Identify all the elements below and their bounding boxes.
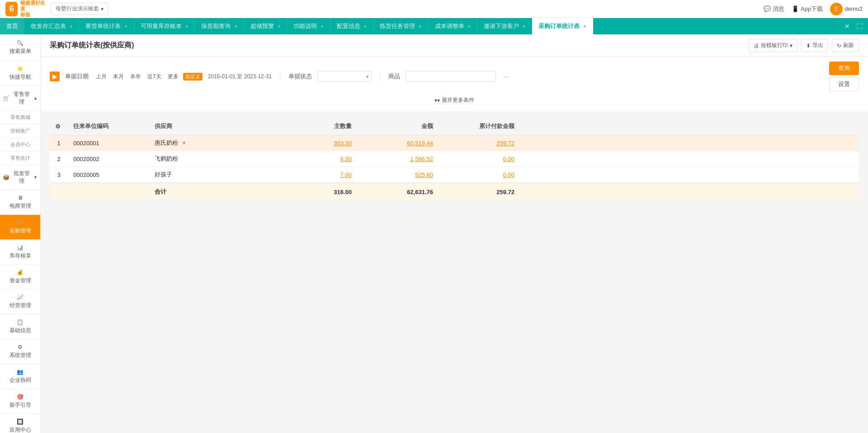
close-icon[interactable]: ×: [124, 24, 127, 29]
search-icon: 🔍: [17, 40, 24, 46]
sidebar-item-system[interactable]: ⚙ 系统管理: [0, 339, 40, 364]
filter-row-1: ▶ 单据日期 上月 本月 本年 近7天 更多 自定义 2016-01-01 至 …: [50, 62, 859, 91]
footer-extra: [520, 183, 859, 200]
target-icon: 🎯: [17, 394, 24, 400]
date-custom-badge[interactable]: 自定义: [183, 73, 203, 81]
chevron-down-icon: ▾: [790, 43, 793, 49]
app-download-button[interactable]: 📱 App下载: [792, 5, 823, 13]
nav-close-button[interactable]: ✕: [843, 22, 852, 31]
close-icon[interactable]: ×: [278, 24, 280, 29]
sidebar-item-basic[interactable]: 📋 基础信息: [0, 314, 40, 339]
row-amount: 1,586.52: [357, 151, 439, 167]
nav-expand-button[interactable]: ⛶: [854, 22, 864, 31]
sidebar-item-quicknav[interactable]: ⭐ 快捷导航: [0, 61, 40, 86]
sidebar-item-wholesale[interactable]: 📦 批发管理 ▼: [0, 165, 40, 190]
print-button[interactable]: 🖨 按模板打印 ▾: [749, 39, 797, 52]
sidebar-item-purchase[interactable]: 🛒 采购管理: [0, 215, 40, 240]
date-quick-buttons: 上月 本月 本年 近7天 更多 自定义: [94, 72, 203, 81]
date-quick-thisyear[interactable]: 本年: [128, 72, 143, 81]
status-select[interactable]: [317, 71, 372, 82]
message-button[interactable]: 💬 消息: [764, 5, 784, 13]
row-num: 1: [50, 135, 68, 151]
user-menu[interactable]: E demo2: [830, 3, 863, 15]
chevron-down-icon: ▾: [101, 6, 104, 12]
date-quick-lastmonth[interactable]: 上月: [94, 72, 108, 81]
page-actions: 🖨 按模板打印 ▾ ⬇ 导出 ↻ 刷新: [749, 39, 859, 52]
tab-gongneng[interactable]: 功能说明 ×: [287, 18, 330, 34]
sidebar-item-member[interactable]: 会员中心: [0, 138, 40, 152]
close-icon[interactable]: ×: [523, 24, 525, 29]
table-container: ⚙ 往来单位编码 供应商 主数量 金额 累计付款金额 1 00020001: [41, 112, 868, 433]
sidebar-item-operation[interactable]: 📈 经营管理: [0, 290, 40, 314]
row-qty: 7.00: [276, 167, 357, 183]
row-num: 2: [50, 151, 68, 167]
tab-peizhi[interactable]: 配置信息 ×: [330, 18, 373, 34]
table-header-row: ⚙ 往来单位编码 供应商 主数量 金额 累计付款金额: [50, 118, 859, 135]
sidebar-item-finance[interactable]: 💰 资金管理: [0, 265, 40, 290]
print-icon: 🖨: [754, 43, 759, 49]
avatar: E: [830, 3, 843, 15]
close-icon[interactable]: ×: [185, 24, 188, 29]
tab-jianhuo[interactable]: 拣货任务管理 ×: [373, 18, 428, 34]
goods-input[interactable]: [406, 71, 496, 82]
row-extra: [520, 167, 859, 183]
row-code: 00020001: [68, 135, 149, 151]
chart-icon: 📊: [17, 244, 24, 251]
sidebar-item-apps[interactable]: 🔲 应用中心: [0, 414, 40, 433]
money-icon: 💰: [17, 269, 24, 276]
list-icon: 📋: [17, 319, 24, 325]
content-area: 采购订单统计表(按供应商) 🖨 按模板打印 ▾ ⬇ 导出 ↻ 刷新: [41, 34, 868, 433]
data-table: ⚙ 往来单位编码 供应商 主数量 金额 累计付款金额 1 00020001: [50, 118, 859, 200]
close-icon[interactable]: ×: [364, 24, 367, 29]
logo-icon: 6: [5, 2, 18, 16]
row-paid: 0.00: [439, 151, 520, 167]
tab-baozhiqi[interactable]: 保质期查询 ×: [195, 18, 244, 34]
filter-separator-2: [380, 71, 380, 82]
footer-amount: 62,631.76: [357, 183, 439, 200]
row-expand-icon[interactable]: ▼: [182, 140, 187, 146]
close-icon[interactable]: ×: [70, 24, 72, 29]
expand-more-button[interactable]: ▾▾ 展开更多条件: [434, 94, 474, 106]
sidebar-item-guide[interactable]: 🎯 新手引导: [0, 389, 40, 414]
workspace-selector[interactable]: 母婴行业演示账套 ▾: [51, 3, 108, 15]
tab-shoufacun[interactable]: 收发存汇总表 ×: [24, 18, 79, 34]
sidebar-item-inventory[interactable]: 📊 库存核算: [0, 240, 40, 265]
sidebar-item-collab[interactable]: 👥 企业协同: [0, 364, 40, 389]
date-quick-7days[interactable]: 近7天: [146, 72, 163, 81]
settings-icon[interactable]: ⚙: [55, 123, 61, 130]
tab-home[interactable]: 首页: [0, 18, 24, 34]
filter-toggle[interactable]: ▶: [50, 71, 60, 81]
sidebar-item-marketing[interactable]: 营销推广: [0, 124, 40, 138]
filter-separator: [280, 71, 280, 82]
close-icon[interactable]: ×: [583, 24, 586, 29]
close-icon[interactable]: ×: [234, 24, 237, 29]
sidebar-item-retailstat[interactable]: 零售统计: [0, 152, 40, 165]
logo-text: 畅捷通好生意 标版: [20, 0, 46, 18]
expand-icon: ▾▾: [434, 97, 440, 104]
date-quick-more[interactable]: 更多: [166, 72, 180, 81]
more-icon[interactable]: ···: [503, 73, 509, 80]
sidebar-item-ecommerce[interactable]: 🖥 电商管理: [0, 190, 40, 215]
sidebar-item-search[interactable]: 🔍 搜索菜单: [0, 34, 40, 61]
tab-chengben[interactable]: 成本调整单 ×: [429, 18, 477, 34]
box-icon: 📦: [3, 174, 9, 181]
close-icon[interactable]: ×: [321, 24, 323, 29]
refresh-button[interactable]: ↻ 刷新: [832, 39, 859, 52]
tab-yaohuo[interactable]: 要货单统计表 ×: [79, 18, 134, 34]
top-bar: 6 畅捷通好生意 标版 母婴行业演示账套 ▾ 💬 消息 📱 App下载 E de…: [0, 0, 868, 18]
caret-up-icon: ▲: [33, 96, 38, 100]
date-quick-thismonth[interactable]: 本月: [111, 72, 126, 81]
sidebar-item-retail[interactable]: 🛒 零售管理 ▲: [0, 86, 40, 111]
tab-chaoyuyujing[interactable]: 超储预警 ×: [244, 18, 287, 34]
tab-caigou-active[interactable]: 采购订单统计表 ×: [532, 18, 593, 34]
export-button[interactable]: ⬇ 导出: [801, 39, 828, 52]
tab-yaoqing[interactable]: 邀请下游客户 ×: [477, 18, 532, 34]
tab-keyongliang[interactable]: 可用量库存账本 ×: [134, 18, 195, 34]
sidebar-item-retailmall[interactable]: 零售商城: [0, 111, 40, 124]
close-icon[interactable]: ×: [419, 24, 421, 29]
nav-end: ✕ ⛶: [839, 18, 868, 34]
settings-button[interactable]: 设置: [829, 77, 859, 91]
close-icon[interactable]: ×: [468, 24, 471, 29]
footer-check: [50, 183, 68, 200]
query-button[interactable]: 查询: [829, 62, 859, 75]
